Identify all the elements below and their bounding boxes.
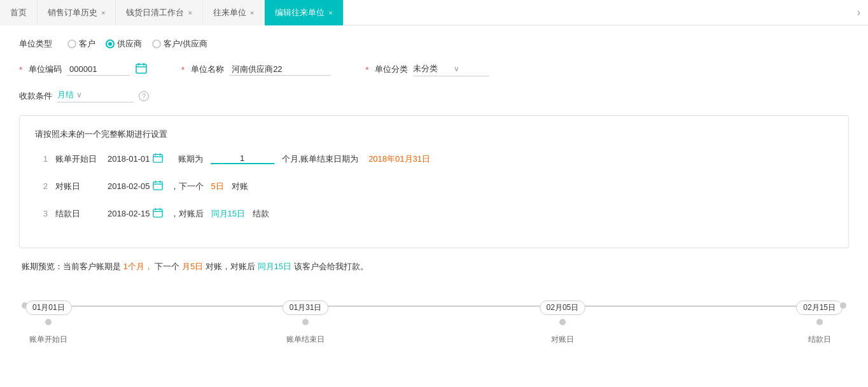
radio-both[interactable]: 客户/供应商	[152, 38, 207, 50]
content-area: 单位类型 客户 供应商 客户/供应商 * 单位编码	[0, 25, 868, 387]
desc-highlight-2: 5日	[211, 181, 224, 192]
radio-both-label: 客户/供应商	[164, 38, 207, 50]
cal-icon-2[interactable]	[153, 180, 163, 192]
timeline-node-3: 02月15日 结款日	[796, 300, 843, 345]
period-end-date-1: 2018年01月31日	[368, 153, 430, 165]
timeline-date-0: 01月01日	[25, 300, 72, 315]
setting-item-2: 2 对账日 2018-02-05 ，下一个 5日 对账	[35, 180, 833, 192]
tab-edit-partner-close[interactable]: ×	[328, 9, 332, 17]
unit-category-value: 未分类	[413, 63, 451, 74]
settings-title: 请按照未来的一个完整帐期进行设置	[35, 129, 833, 140]
period-input-1[interactable]	[211, 153, 274, 164]
unit-name-label: 单位名称	[191, 64, 224, 75]
period-unit-1: 个月,账单结束日期为	[282, 153, 359, 165]
timeline-date-2: 02月05日	[540, 300, 586, 315]
date-val-1: 2018-01-01	[108, 154, 150, 164]
unit-name-input[interactable]	[229, 63, 331, 76]
timeline-node-1: 01月31日 账单结束日	[283, 300, 329, 345]
unit-type-radio-group: 客户 供应商 客户/供应商	[67, 38, 207, 50]
payment-cond-label: 收款条件	[19, 90, 52, 102]
tabs-bar: 首页 销售订单历史 × 钱货日清工作台 × 往来单位 × 编辑往来单位 × ›	[0, 0, 868, 25]
timeline-label-0: 账单开始日	[29, 334, 67, 345]
category-required-star: *	[365, 65, 368, 74]
timeline-node-0: 01月01日 账单开始日	[25, 300, 72, 345]
preview-suffix: 该客户会给我打款。	[294, 262, 368, 271]
timeline-dot-1	[302, 319, 309, 325]
radio-supplier-label: 供应商	[117, 38, 142, 50]
tab-sales-history-label: 销售订单历史	[48, 7, 97, 18]
tab-sales-history[interactable]: 销售订单历史 ×	[38, 0, 116, 25]
tab-edit-partner-label: 编辑往来单位	[275, 7, 325, 18]
setting-num-2: 2	[35, 181, 48, 191]
desc-prefix-2: ，下一个	[171, 181, 204, 192]
setting-label-2: 对账日	[55, 181, 100, 192]
timeline-nodes: 01月01日 账单开始日 01月31日 账单结束日 02月05日 对账日 02月…	[25, 300, 843, 345]
desc-highlight-3: 同月15日	[211, 208, 245, 220]
unit-info-row: * 单位编码 * 单位名称 * 单位分类 未分类 ∨	[19, 62, 849, 76]
cal-icon-3[interactable]	[153, 208, 163, 220]
unit-category-select[interactable]: 未分类 ∨	[413, 63, 489, 76]
unit-type-label: 单位类型	[19, 38, 52, 50]
timeline-dot-2	[559, 319, 566, 325]
timeline-dot-3	[816, 319, 823, 325]
tabs-arrow[interactable]: ›	[850, 0, 868, 25]
preview-months: 1个月，	[123, 262, 153, 271]
tab-cash-workbench[interactable]: 钱货日清工作台 ×	[116, 0, 202, 25]
preview-reconcile: 月5日	[182, 262, 203, 271]
payment-cond-value: 月结	[57, 89, 74, 101]
category-chevron-icon: ∨	[454, 64, 459, 73]
setting-item-3: 3 结款日 2018-02-15 ，对账后 同月15日 结款	[35, 208, 833, 220]
unit-code-field: * 单位编码	[19, 62, 147, 76]
preview-prefix: 账期预览：当前客户账期是	[22, 262, 121, 271]
desc-prefix-3: ，对账后	[171, 208, 204, 220]
tab-home[interactable]: 首页	[0, 0, 38, 25]
setting-num-3: 3	[35, 209, 48, 218]
name-required-star: *	[181, 65, 185, 74]
payment-chevron-icon: ∨	[76, 90, 82, 99]
radio-customer-label: 客户	[79, 38, 95, 50]
setting-item-1: 1 账单开始日 2018-01-01 账期为 个月,账单结束日期为 2018年0…	[35, 153, 833, 165]
preview-bar: 账期预览：当前客户账期是 1个月， 下一个 月5日 对账，对账后 同月15日 该…	[19, 261, 849, 272]
timeline-date-1: 01月31日	[283, 300, 329, 315]
timeline-label-3: 结款日	[808, 334, 831, 345]
unit-type-field: 单位类型	[19, 38, 52, 50]
timeline-node-2: 02月05日 对账日	[540, 300, 586, 345]
tab-partner-units-close[interactable]: ×	[250, 9, 254, 17]
date-val-3: 2018-02-15	[108, 209, 150, 218]
date-val-2: 2018-02-05	[108, 181, 150, 191]
payment-cond-select[interactable]: 月结 ∨	[57, 89, 134, 102]
tab-cash-workbench-label: 钱货日清工作台	[126, 7, 184, 18]
setting-date-1: 2018-01-01	[108, 153, 163, 165]
unit-name-field: * 单位名称	[181, 63, 331, 76]
radio-supplier-circle	[106, 39, 115, 48]
cal-icon-1[interactable]	[153, 153, 163, 165]
help-icon[interactable]: ?	[139, 91, 149, 101]
desc-suffix-2: 对账	[232, 181, 248, 192]
unit-code-input[interactable]	[67, 63, 130, 76]
payment-cond-row: 收款条件 月结 ∨ ?	[19, 89, 849, 102]
settings-box: 请按照未来的一个完整帐期进行设置 1 账单开始日 2018-01-01 账期为 …	[19, 115, 849, 248]
setting-label-1: 账单开始日	[55, 153, 100, 165]
unit-type-row: 单位类型 客户 供应商 客户/供应商	[19, 38, 849, 50]
desc-suffix-3: 结款	[253, 208, 269, 220]
radio-supplier[interactable]: 供应商	[106, 38, 142, 50]
radio-customer-circle	[67, 39, 76, 48]
unit-category-label: 单位分类	[375, 64, 408, 75]
radio-customer[interactable]: 客户	[67, 38, 95, 50]
preview-reconcile-suffix: 对账，对账后	[206, 262, 255, 271]
timeline-dot-0	[45, 319, 52, 325]
setting-num-1: 1	[35, 154, 48, 164]
timeline-label-2: 对账日	[551, 334, 574, 345]
timeline-end-dot	[840, 302, 846, 309]
unit-code-label: 单位编码	[29, 64, 62, 75]
tab-sales-history-close[interactable]: ×	[101, 9, 105, 17]
svg-rect-12	[153, 209, 162, 217]
code-calendar-icon[interactable]	[136, 62, 147, 76]
radio-both-circle	[152, 39, 161, 48]
timeline-date-3: 02月15日	[796, 300, 843, 315]
period-label-1: 账期为	[178, 153, 203, 165]
tab-partner-units-label: 往来单位	[213, 7, 246, 18]
tab-edit-partner[interactable]: 编辑往来单位 ×	[265, 0, 343, 25]
tab-cash-workbench-close[interactable]: ×	[188, 9, 192, 17]
tab-partner-units[interactable]: 往来单位 ×	[203, 0, 265, 25]
